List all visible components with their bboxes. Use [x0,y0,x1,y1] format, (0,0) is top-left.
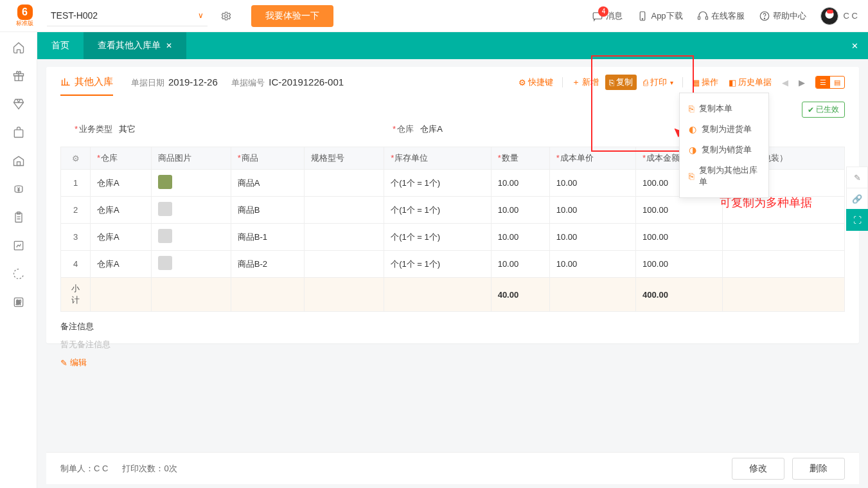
remark-empty: 暂无备注信息 [60,339,845,350]
right-tools: ✎ 🔗 ⛶ [846,167,868,231]
copy-as-purchase[interactable]: ◐复制为进货单 [680,119,768,140]
card-view-icon[interactable]: ▤ [830,77,844,88]
online-service-link[interactable]: 在线客服 [697,10,745,22]
tabstrip: 首页 查看其他入库单 ✕ ✕ [37,32,868,59]
copy-as-outbound[interactable]: ⎘复制为其他出库单 [680,160,768,192]
tool-link-icon[interactable]: 🔗 [846,188,868,210]
nav-home-icon[interactable] [12,41,25,54]
avatar[interactable] [820,7,838,25]
svg-point-3 [642,18,644,19]
svg-text:新: 新 [16,300,21,305]
list-view-icon[interactable]: ☰ [816,77,830,88]
help-center-link[interactable]: 帮助中心 [759,10,806,22]
username: C C [844,11,858,21]
nav-diamond-icon[interactable] [12,98,25,111]
view-toggle[interactable]: ☰ ▤ [815,76,845,89]
nav-new-icon[interactable]: 新 [12,296,25,309]
tab-home[interactable]: 首页 [37,32,84,59]
svg-rect-4 [698,16,700,19]
chevron-down-icon: ∨ [198,11,204,20]
table-settings-icon[interactable]: ⚙ [61,147,91,170]
edit-remark-link[interactable]: ✎编辑 [60,357,87,368]
remark-title: 备注信息 [60,321,845,332]
nav-money-icon[interactable] [12,183,25,195]
settings-icon[interactable] [220,10,232,22]
nav-gift-icon[interactable] [12,69,25,82]
next-doc-icon[interactable]: ▶ [795,76,809,89]
svg-point-0 [225,14,228,17]
left-nav-rail: 新 [0,32,37,488]
doc-date: 单据日期2019-12-26 单据编号IC-20191226-001 [131,77,355,89]
footer-bar: 制单人：C C 打印次数：0次 修改 删除 [46,452,859,484]
nav-cycle-icon[interactable] [12,267,25,280]
add-button[interactable]: ＋新增 [568,75,603,90]
product-thumb [158,229,172,243]
warehouse-field: *仓库 仓库A [393,123,443,135]
print-count-info: 打印次数：0次 [122,463,177,474]
prev-doc-icon[interactable]: ◀ [778,76,792,89]
close-all-tabs-icon[interactable]: ✕ [841,32,868,59]
product-thumb [158,175,172,189]
tool-note-icon[interactable]: ✎ [846,167,868,188]
table-row[interactable]: 3仓库A商品B-1个(1个 = 1个)10.0010.00100.00 [61,224,845,251]
modify-button[interactable]: 修改 [732,458,784,480]
creator-info: 制单人：C C [60,463,108,474]
app-download-link[interactable]: App下载 [637,10,682,22]
page-title-tab[interactable]: 其他入库 [60,69,113,96]
svg-rect-11 [17,162,20,166]
product-thumb [158,256,172,270]
svg-rect-5 [705,16,707,19]
copy-dropdown: ⎘复制本单 ◐复制为进货单 ◑复制为销货单 ⎘复制为其他出库单 [679,93,769,198]
history-button[interactable]: ◧历史单据 [725,75,775,90]
shortcut-button[interactable]: ⚙快捷键 [515,75,557,90]
nav-bag-icon[interactable] [12,126,25,139]
edition-label: 标准版 [10,19,39,28]
org-selector[interactable]: TEST-H002 ∨ [47,6,208,26]
delete-button[interactable]: 删除 [792,458,845,480]
nav-clipboard-icon[interactable] [12,211,25,224]
tab-view-inbound[interactable]: 查看其他入库单 ✕ [84,32,186,59]
messages-badge: 4 [598,6,608,17]
messages-link[interactable]: 消息 4 [592,10,623,22]
svg-point-7 [764,18,765,19]
app-logo[interactable]: 6 标准版 [10,5,39,28]
status-badge: ✔已生效 [802,102,845,118]
close-tab-icon[interactable]: ✕ [166,41,172,50]
copy-as-sales[interactable]: ◑复制为销货单 [680,140,768,160]
tool-fullscreen-icon[interactable]: ⛶ [846,209,868,231]
head-actions: ⚙快捷键 ＋新增 ⎘复制 ⎙打印▾ ▦操作 ◧历史单据 ◀ ▶ ☰ ▤ ⎘复制本… [515,75,845,90]
org-name: TEST-H002 [51,10,98,21]
product-thumb [158,202,172,216]
subtotal-row: 小计 40.00 400.00 [61,278,845,312]
ops-button[interactable]: ▦操作 [688,75,722,90]
svg-rect-10 [14,130,22,138]
biz-type-field: *业务类型 其它 [75,123,136,135]
print-button[interactable]: ⎙打印▾ [639,75,677,90]
table-row[interactable]: 4仓库A商品B-2个(1个 = 1个)10.0010.00100.00 [61,251,845,278]
copy-button[interactable]: ⎘复制 [605,75,637,90]
nav-warehouse-icon[interactable] [12,154,25,167]
nav-report-icon[interactable] [12,239,25,252]
try-button[interactable]: 我要体验一下 [251,5,333,27]
copy-this-doc[interactable]: ⎘复制本单 [680,98,768,119]
